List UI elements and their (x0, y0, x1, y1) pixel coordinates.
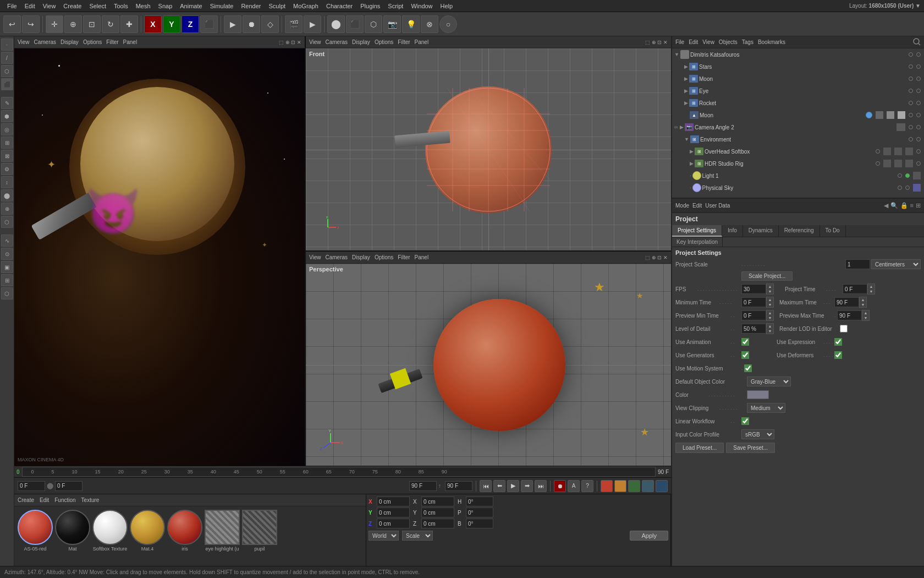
sculpt-1[interactable]: ∿ (1, 235, 13, 247)
menu-plugins[interactable]: Plugins (356, 3, 384, 9)
front-vp-cameras[interactable]: Cameras (326, 39, 348, 45)
next-frame-btn[interactable]: ➡ (521, 480, 533, 492)
camera-btn[interactable]: 📷 (383, 15, 401, 33)
project-scale-field[interactable] (845, 259, 870, 269)
material-item-0[interactable]: AS-05-red (18, 510, 53, 552)
mode-points[interactable]: · (1, 39, 13, 51)
rotate-tool-btn[interactable]: ↻ (102, 15, 119, 33)
render-lod-check[interactable] (840, 325, 848, 332)
menu-animate[interactable]: Animate (176, 3, 206, 9)
transport-blue[interactable] (656, 480, 668, 492)
ptime-dn[interactable]: ▼ (868, 289, 875, 294)
scale-project-btn[interactable]: Scale Project... (741, 271, 793, 281)
sculpt-4[interactable]: ⊞ (1, 274, 13, 286)
lod-field[interactable] (741, 324, 766, 334)
persp-vp-panel[interactable]: Panel (415, 254, 429, 260)
default-color-select[interactable]: Gray-Blue (747, 377, 791, 386)
tab-info[interactable]: Info (722, 225, 743, 237)
preview-end-field[interactable] (445, 481, 472, 491)
menu-mograph[interactable]: MoGraph (289, 3, 322, 9)
project-scale-unit[interactable]: Centimeters Meters Millimeters (871, 259, 921, 269)
pos-z[interactable] (377, 519, 410, 528)
view-clipping-select[interactable]: Medium Small Large (747, 403, 785, 413)
world-coord-btn[interactable]: ⬛ (200, 15, 218, 33)
om-item-eye[interactable]: ▶ ⊞ Eye (672, 85, 924, 97)
render-btn[interactable]: ▶ (304, 15, 321, 33)
persp-vp-display[interactable]: Display (352, 254, 370, 260)
menu-tools[interactable]: Tools (110, 3, 132, 9)
use-expr-check[interactable] (834, 338, 842, 346)
mode-edges[interactable]: / (1, 52, 13, 64)
front-vp-options[interactable]: Options (375, 39, 393, 45)
transport-red[interactable] (601, 480, 613, 492)
om-item-light1[interactable]: · Light 1 (672, 170, 924, 182)
linear-workflow-check[interactable] (741, 417, 749, 425)
menu-sculpt[interactable]: Sculpt (265, 3, 290, 9)
min-time-field[interactable] (741, 297, 766, 307)
transform-tool-btn[interactable]: ✚ (120, 15, 138, 33)
end-frame-field[interactable] (409, 481, 437, 491)
undo-btn[interactable]: ↩ (3, 15, 21, 33)
render-view-btn[interactable]: 🎬 (285, 15, 302, 33)
attr-back-btn[interactable]: ◀ (884, 202, 888, 209)
prev-frame-btn[interactable]: ⬅ (493, 480, 505, 492)
mat-function[interactable]: Function (54, 497, 75, 503)
mode-objects[interactable]: ⬛ (1, 78, 13, 90)
cylinder-primitive[interactable]: ⬡ (365, 15, 382, 33)
maxtime-up[interactable]: ▲ (860, 297, 866, 302)
frame-field-2[interactable] (55, 481, 82, 491)
persp-vp-options[interactable]: Options (375, 254, 393, 260)
attr-userdata-btn[interactable]: User Data (705, 203, 730, 209)
tab-project-settings[interactable]: Project Settings (672, 225, 722, 237)
sculpt-2[interactable]: ⊙ (1, 248, 13, 260)
goto-end-btn[interactable]: ⏭ (535, 480, 547, 492)
menu-script[interactable]: Script (384, 3, 407, 9)
menu-select[interactable]: Select (85, 3, 110, 9)
redo-btn[interactable]: ↪ (22, 15, 40, 33)
fps-up[interactable]: ▲ (767, 284, 773, 289)
input-color-select[interactable]: sRGB Linear (741, 429, 774, 439)
persp-vp-view[interactable]: View (309, 254, 321, 260)
om-item-softbox[interactable]: ▶ ⊞ OverHead Softbox (672, 145, 924, 157)
vp-filter-menu[interactable]: Filter (106, 39, 118, 45)
mat-edit[interactable]: Edit (40, 497, 49, 503)
om-edit[interactable]: Edit (689, 39, 698, 45)
menu-render[interactable]: Render (237, 3, 265, 9)
menu-window[interactable]: Window (407, 3, 436, 9)
current-frame-field[interactable] (18, 481, 45, 491)
tool-10[interactable]: ⬡ (1, 216, 13, 228)
material-item-2[interactable]: Softbox Texture (92, 510, 128, 552)
rot-x[interactable] (421, 497, 454, 506)
tab-todo[interactable]: To Do (820, 225, 846, 237)
tool-4[interactable]: ⊞ (1, 137, 13, 149)
light-btn[interactable]: 💡 (402, 15, 420, 33)
om-item-moon[interactable]: ▶ ⊞ Moon (672, 73, 924, 85)
vp-display-menu[interactable]: Display (61, 39, 79, 45)
transport-green[interactable] (628, 480, 640, 492)
lod-up[interactable]: ▲ (767, 324, 773, 329)
coord-mode-select[interactable]: Scale Move Rotate (402, 531, 433, 541)
tool-5[interactable]: ⊠ (1, 150, 13, 162)
coord-system-select[interactable]: World Object (369, 531, 399, 541)
preview-max-field[interactable] (837, 310, 862, 320)
attr-more-btn[interactable]: ≡ (910, 202, 914, 209)
sculpt-5[interactable]: ⬡ (1, 287, 13, 299)
material-item-3[interactable]: Mat.4 (130, 510, 165, 552)
scale-tool-btn[interactable]: ⊡ (83, 15, 101, 33)
record-btn2[interactable]: ⏺ (554, 480, 566, 492)
cube-primitive[interactable]: ⬛ (346, 15, 364, 33)
transport-orange[interactable] (614, 480, 626, 492)
vp-cameras-menu[interactable]: Cameras (34, 39, 57, 45)
subtab-key-interp[interactable]: Key Interpolation (672, 237, 723, 247)
om-item-environment[interactable]: ▼ ⊞ Environment (672, 133, 924, 145)
scale-h[interactable] (466, 497, 493, 506)
menu-view[interactable]: View (39, 3, 60, 9)
preview-min-field[interactable] (741, 310, 766, 320)
pos-x[interactable] (377, 497, 410, 506)
x-axis-btn[interactable]: X (144, 15, 162, 33)
tool-3[interactable]: ◎ (1, 123, 13, 135)
mode-polygons[interactable]: ⬡ (1, 65, 13, 77)
attr-edit-btn[interactable]: Edit (692, 203, 702, 209)
menu-mesh[interactable]: Mesh (132, 3, 155, 9)
keyframe-btn[interactable]: ◇ (261, 15, 279, 33)
